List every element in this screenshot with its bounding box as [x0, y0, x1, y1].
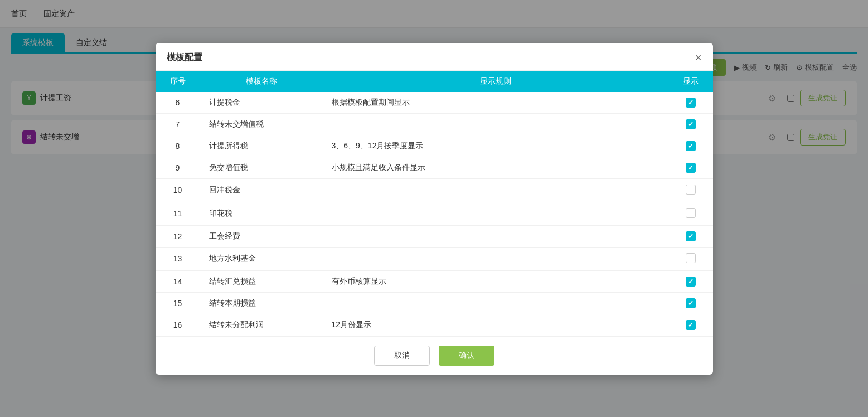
row-checkbox-15[interactable] [686, 298, 696, 308]
col-header-rule: 显示规则 [323, 71, 668, 92]
close-icon[interactable]: × [695, 52, 702, 63]
row-name-12: 工会经费 [200, 225, 323, 247]
table-row: 14结转汇兑损益有外币核算显示 [156, 270, 713, 292]
modal-title: 模板配置 [167, 52, 202, 64]
table-row: 10回冲税金 [156, 178, 713, 202]
row-id-16: 16 [156, 314, 200, 336]
row-id-14: 14 [156, 270, 200, 292]
col-header-name: 模板名称 [200, 71, 323, 92]
row-rule-9: 小规模且满足收入条件显示 [323, 157, 668, 178]
row-checkbox-6[interactable] [686, 98, 696, 108]
row-rule-12 [323, 225, 668, 247]
row-name-7: 结转未交增值税 [200, 113, 323, 135]
row-id-12: 12 [156, 225, 200, 247]
col-header-id: 序号 [156, 71, 200, 92]
row-checkbox-cell-9 [668, 157, 713, 178]
row-id-10: 10 [156, 178, 200, 202]
modal-header: 模板配置 × [156, 43, 713, 71]
row-checkbox-cell-12 [668, 225, 713, 247]
table-row: 16结转未分配利润12月份显示 [156, 314, 713, 336]
row-checkbox-10[interactable] [686, 185, 696, 195]
row-rule-16: 12月份显示 [323, 314, 668, 336]
row-name-13: 地方水利基金 [200, 247, 323, 270]
col-header-show: 显示 [668, 71, 713, 92]
row-name-6: 计提税金 [200, 92, 323, 114]
row-id-13: 13 [156, 247, 200, 270]
row-checkbox-cell-14 [668, 270, 713, 292]
row-rule-13 [323, 247, 668, 270]
row-checkbox-13[interactable] [686, 253, 696, 263]
row-checkbox-cell-10 [668, 178, 713, 202]
row-id-11: 11 [156, 202, 200, 225]
row-rule-15 [323, 292, 668, 314]
modal-body: 序号 模板名称 显示规则 显示 6计提税金根据模板配置期间显示7结转未交增值税8… [156, 71, 713, 336]
row-checkbox-9[interactable] [686, 163, 696, 173]
row-checkbox-cell-8 [668, 135, 713, 157]
row-rule-6: 根据模板配置期间显示 [323, 92, 668, 114]
config-table: 序号 模板名称 显示规则 显示 6计提税金根据模板配置期间显示7结转未交增值税8… [156, 71, 713, 336]
row-id-8: 8 [156, 135, 200, 157]
row-checkbox-cell-7 [668, 113, 713, 135]
row-rule-14: 有外币核算显示 [323, 270, 668, 292]
row-rule-7 [323, 113, 668, 135]
row-checkbox-cell-16 [668, 314, 713, 336]
row-checkbox-12[interactable] [686, 231, 696, 241]
modal-footer: 取消 确认 [156, 336, 713, 375]
row-name-10: 回冲税金 [200, 178, 323, 202]
row-checkbox-8[interactable] [686, 141, 696, 151]
row-checkbox-cell-11 [668, 202, 713, 225]
row-checkbox-cell-15 [668, 292, 713, 314]
table-row: 6计提税金根据模板配置期间显示 [156, 92, 713, 114]
row-rule-8: 3、6、9、12月按季度显示 [323, 135, 668, 157]
row-id-6: 6 [156, 92, 200, 114]
confirm-button[interactable]: 确认 [439, 346, 494, 366]
table-row: 7结转未交增值税 [156, 113, 713, 135]
table-row: 9免交增值税小规模且满足收入条件显示 [156, 157, 713, 178]
table-row: 11印花税 [156, 202, 713, 225]
table-row: 8计提所得税3、6、9、12月按季度显示 [156, 135, 713, 157]
row-name-14: 结转汇兑损益 [200, 270, 323, 292]
row-name-15: 结转本期损益 [200, 292, 323, 314]
modal-overlay: 模板配置 × 序号 模板名称 显示规则 显示 6计提税金根据模板配置期间显示7结… [0, 0, 868, 417]
row-id-15: 15 [156, 292, 200, 314]
row-id-9: 9 [156, 157, 200, 178]
row-id-7: 7 [156, 113, 200, 135]
row-checkbox-16[interactable] [686, 320, 696, 330]
table-row: 13地方水利基金 [156, 247, 713, 270]
row-checkbox-cell-13 [668, 247, 713, 270]
row-name-11: 印花税 [200, 202, 323, 225]
row-checkbox-7[interactable] [686, 119, 696, 129]
row-rule-10 [323, 178, 668, 202]
row-checkbox-14[interactable] [686, 277, 696, 287]
row-name-8: 计提所得税 [200, 135, 323, 157]
row-name-16: 结转未分配利润 [200, 314, 323, 336]
row-name-9: 免交增值税 [200, 157, 323, 178]
row-checkbox-cell-6 [668, 92, 713, 114]
table-row: 15结转本期损益 [156, 292, 713, 314]
row-rule-11 [323, 202, 668, 225]
table-row: 12工会经费 [156, 225, 713, 247]
modal-template-config: 模板配置 × 序号 模板名称 显示规则 显示 6计提税金根据模板配置期间显示7结… [156, 43, 713, 375]
cancel-button[interactable]: 取消 [374, 346, 430, 366]
row-checkbox-11[interactable] [686, 208, 696, 218]
